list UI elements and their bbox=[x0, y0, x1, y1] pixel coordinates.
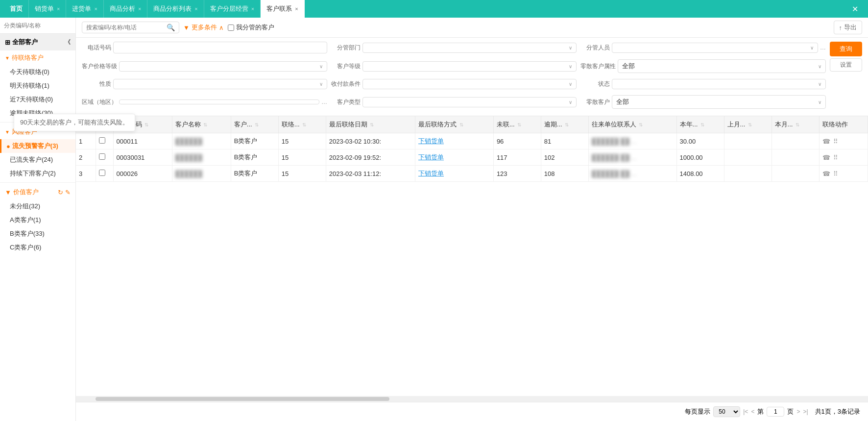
tab-customer-layer[interactable]: 客户分层经营 × bbox=[204, 0, 261, 18]
sidebar-item-churned[interactable]: 已流失客户(24) bbox=[0, 153, 75, 167]
sidebar-item-unclassified[interactable]: 未分组(32) bbox=[0, 199, 75, 213]
tab-goods-list[interactable]: 商品分析列表 × bbox=[147, 0, 204, 18]
first-page-button[interactable]: |< bbox=[743, 408, 748, 415]
person-select-arrow: ∨ bbox=[810, 45, 814, 50]
page-number-input[interactable] bbox=[767, 407, 784, 417]
sidebar-all-customers[interactable]: ⊞ 全部客户 《 bbox=[0, 34, 75, 50]
tab-goods-list-close[interactable]: × bbox=[194, 6, 197, 12]
th-no-contact: 未联... ⇅ bbox=[493, 116, 541, 133]
last-method-link[interactable]: 下销货单 bbox=[418, 137, 444, 145]
cell-no-contact: 117 bbox=[493, 149, 541, 166]
tab-customer-layer-close[interactable]: × bbox=[251, 6, 254, 12]
sidebar-item-churn-warning[interactable]: ● 流失预警客户(3) bbox=[0, 139, 75, 153]
sidebar-item-class-a[interactable]: A类客户(1) bbox=[0, 213, 75, 227]
last-page-button[interactable]: >| bbox=[803, 408, 808, 415]
last-method-link[interactable]: 下销货单 bbox=[418, 170, 444, 177]
th-this-month: 本月... ⇅ bbox=[772, 116, 819, 133]
sidebar-group-value-title[interactable]: ▼ 价值客户 ↻ ✎ bbox=[0, 185, 75, 199]
region-more-icon[interactable]: … bbox=[321, 99, 327, 105]
pagination: 每页显示 50 100 200 |< < 第 页 > >| 共1页，3条记录 bbox=[76, 402, 868, 421]
tab-sales[interactable]: 销货单 × bbox=[29, 0, 66, 18]
retail-attr-select[interactable]: 全部 ∨ bbox=[618, 59, 826, 73]
action-more-icon[interactable]: ⠿ bbox=[833, 170, 838, 177]
action-chat-icon[interactable]: ☎ bbox=[822, 154, 830, 161]
query-button[interactable]: 查询 bbox=[830, 42, 862, 56]
tab-purchase-close[interactable]: × bbox=[94, 6, 97, 12]
tab-home[interactable]: 首页 bbox=[4, 0, 29, 18]
this-year-sort-icon: ⇅ bbox=[700, 122, 704, 127]
region-select[interactable] bbox=[119, 99, 319, 104]
export-button[interactable]: ↑ 导出 bbox=[834, 21, 863, 34]
action-chat-icon[interactable]: ☎ bbox=[822, 138, 830, 145]
sidebar-item-class-c[interactable]: C类客户(6) bbox=[0, 241, 75, 254]
main-layout: 🔍 ⊞ 全部客户 《 ▼ 待联络客户 今天待联络(0) 明天待联络(1) 近7天… bbox=[0, 18, 868, 421]
sidebar-item-tomorrow[interactable]: 明天待联络(1) bbox=[0, 79, 75, 93]
cell-type: B类客户 bbox=[231, 149, 278, 166]
cell-checkbox bbox=[96, 149, 113, 166]
customer-grade-select[interactable]: ∨ bbox=[362, 61, 577, 72]
cell-last-date: 2023-03-02 10:30: bbox=[326, 133, 415, 149]
cell-overdue: 108 bbox=[541, 166, 588, 182]
cell-unit-contact: ██████ ██ ... bbox=[588, 149, 676, 166]
row-checkbox-0[interactable] bbox=[99, 137, 105, 144]
my-customers-checkbox[interactable] bbox=[228, 25, 234, 31]
unit-sort-icon: ⇅ bbox=[639, 122, 643, 127]
action-more-icon[interactable]: ⠿ bbox=[833, 154, 838, 161]
dept-select[interactable]: ∨ bbox=[362, 43, 577, 53]
sidebar-item-7days[interactable]: 近7天待联络(0) bbox=[0, 93, 75, 106]
tab-purchase[interactable]: 进货单 × bbox=[66, 0, 103, 18]
action-more-icon[interactable]: ⠿ bbox=[833, 138, 838, 145]
cell-last-date: 2023-02-09 19:52: bbox=[326, 149, 415, 166]
person-more-icon[interactable]: … bbox=[820, 44, 826, 51]
row-checkbox-2[interactable] bbox=[99, 170, 105, 176]
action-chat-icon[interactable]: ☎ bbox=[822, 170, 830, 177]
cell-seq: 1 bbox=[76, 133, 96, 149]
last-method-link[interactable]: 下销货单 bbox=[418, 153, 444, 161]
th-last-month: 上月... ⇅ bbox=[724, 116, 772, 133]
sidebar-item-today[interactable]: 今天待联络(0) bbox=[0, 65, 75, 79]
row-checkbox-1[interactable] bbox=[99, 153, 105, 160]
sidebar-search-area: 🔍 bbox=[0, 18, 75, 34]
cell-this-year: 30.00 bbox=[676, 133, 724, 149]
nature-select[interactable]: ∨ bbox=[113, 79, 327, 89]
tab-customer-contact-close[interactable]: × bbox=[295, 6, 298, 12]
edit-icon[interactable]: ✎ bbox=[65, 189, 71, 196]
price-grade-select[interactable]: ∨ bbox=[119, 61, 327, 72]
search-input[interactable] bbox=[86, 24, 165, 31]
next-page-button[interactable]: > bbox=[796, 408, 800, 415]
sidebar-collapse-icon[interactable]: 《 bbox=[65, 38, 71, 47]
person-select[interactable]: ∨ bbox=[612, 43, 818, 53]
cell-this-year: 1408.00 bbox=[676, 166, 724, 182]
filter-icon: ▼ bbox=[183, 24, 190, 31]
phone-input[interactable] bbox=[113, 42, 327, 53]
tab-sales-close[interactable]: × bbox=[57, 6, 60, 12]
sidebar-group-pending-title[interactable]: ▼ 待联络客户 bbox=[0, 50, 75, 65]
search-button[interactable]: 🔍 bbox=[167, 24, 175, 31]
tab-goods-analysis[interactable]: 商品分析 × bbox=[104, 0, 147, 18]
sidebar-search-input[interactable] bbox=[4, 22, 76, 29]
no-contact-sort-icon: ⇅ bbox=[517, 122, 521, 127]
scroll-thumb[interactable] bbox=[96, 397, 389, 401]
prev-page-button[interactable]: < bbox=[751, 408, 754, 415]
retail-select[interactable]: 全部 ∨ bbox=[612, 95, 826, 109]
window-close-button[interactable]: ✕ bbox=[846, 4, 864, 14]
page-size-select[interactable]: 50 100 200 bbox=[713, 406, 740, 417]
horizontal-scrollbar[interactable] bbox=[76, 396, 868, 402]
filter-customer-type: 客户类型 ∨ bbox=[331, 97, 577, 107]
cell-last-method: 下销货单 bbox=[415, 166, 494, 182]
settings-button[interactable]: 设置 bbox=[830, 58, 862, 72]
tab-customer-contact[interactable]: 客户联系 × bbox=[261, 0, 304, 18]
sidebar-item-class-b[interactable]: B类客户(33) bbox=[0, 227, 75, 241]
filter-dept: 分管部门 ∨ bbox=[331, 43, 577, 53]
refresh-icon[interactable]: ↻ bbox=[58, 189, 63, 196]
cell-unit-contact: ██████ ██ ... bbox=[588, 166, 676, 182]
customer-type-select[interactable]: ∨ bbox=[362, 97, 577, 107]
tab-goods-analysis-close[interactable]: × bbox=[138, 6, 141, 12]
cell-no-contact: 123 bbox=[493, 166, 541, 182]
status-select[interactable]: ∨ bbox=[612, 79, 826, 89]
payment-select[interactable]: ∨ bbox=[362, 79, 577, 89]
grid-icon: ⊞ bbox=[5, 39, 10, 46]
cell-this-year: 1000.00 bbox=[676, 149, 724, 166]
more-filters-button[interactable]: ▼ 更多条件 ∧ bbox=[183, 23, 224, 32]
sidebar-item-declining[interactable]: 持续下滑客户(2) bbox=[0, 167, 75, 180]
